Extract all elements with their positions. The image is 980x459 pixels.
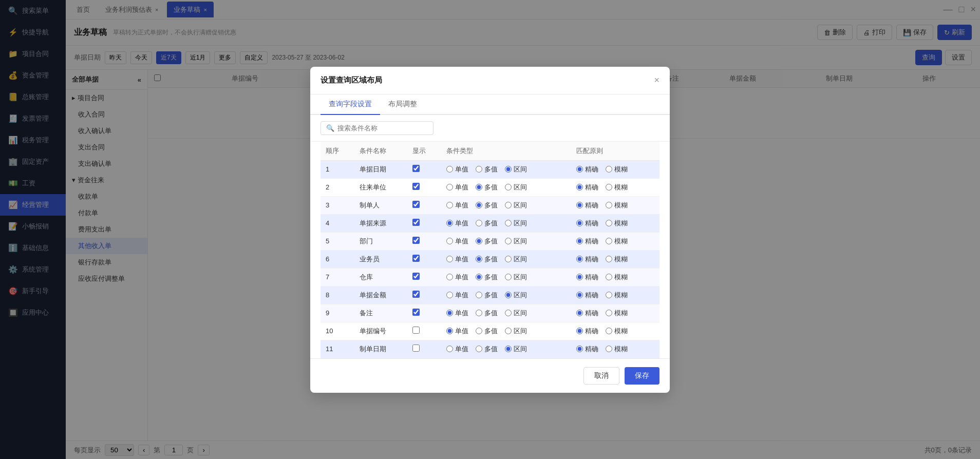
match-radio[interactable] [576, 202, 583, 208]
type-radio-label[interactable]: 单值 [446, 291, 468, 300]
type-radio[interactable] [446, 292, 453, 298]
type-radio[interactable] [505, 328, 512, 334]
match-radio[interactable] [576, 346, 583, 352]
type-radio[interactable] [505, 292, 512, 298]
match-radio[interactable] [576, 238, 583, 244]
match-radio[interactable] [606, 346, 612, 352]
type-radio[interactable] [476, 184, 482, 190]
match-radio[interactable] [606, 238, 612, 244]
show-checkbox[interactable] [412, 237, 420, 244]
match-radio-label[interactable]: 精确 [576, 237, 598, 246]
dialog-tab-fields[interactable]: 查询字段设置 [321, 94, 380, 115]
show-checkbox[interactable] [412, 255, 420, 262]
type-radio[interactable] [505, 238, 512, 244]
type-radio-label[interactable]: 区间 [505, 237, 527, 246]
show-checkbox[interactable] [412, 327, 420, 334]
type-radio[interactable] [476, 202, 482, 208]
show-checkbox[interactable] [412, 183, 420, 190]
type-radio-label[interactable]: 单值 [446, 237, 468, 246]
match-radio[interactable] [576, 220, 583, 226]
type-radio[interactable] [446, 310, 453, 316]
match-radio-label[interactable]: 模糊 [606, 237, 628, 246]
type-radio[interactable] [505, 346, 512, 352]
type-radio-label[interactable]: 区间 [505, 201, 527, 210]
type-radio[interactable] [476, 310, 482, 316]
type-radio-label[interactable]: 区间 [505, 219, 527, 228]
match-radio[interactable] [576, 274, 583, 280]
match-radio-label[interactable]: 精确 [576, 327, 598, 336]
match-radio-label[interactable]: 精确 [576, 219, 598, 228]
match-radio[interactable] [606, 292, 612, 298]
match-radio-label[interactable]: 模糊 [606, 201, 628, 210]
cancel-button[interactable]: 取消 [583, 367, 619, 385]
dialog-save-button[interactable]: 保存 [625, 367, 659, 385]
match-radio-label[interactable]: 模糊 [606, 165, 628, 174]
type-radio[interactable] [446, 184, 453, 190]
show-checkbox[interactable] [412, 201, 420, 208]
type-radio-label[interactable]: 单值 [446, 165, 468, 174]
type-radio[interactable] [446, 166, 453, 173]
match-radio-label[interactable]: 精确 [576, 165, 598, 174]
match-radio-label[interactable]: 模糊 [606, 255, 628, 264]
type-radio-label[interactable]: 多值 [476, 219, 498, 228]
dialog-tab-layout[interactable]: 布局调整 [380, 94, 425, 115]
type-radio-label[interactable]: 多值 [476, 327, 498, 336]
type-radio[interactable] [476, 166, 482, 173]
type-radio[interactable] [505, 184, 512, 190]
type-radio[interactable] [446, 220, 453, 226]
type-radio-label[interactable]: 单值 [446, 219, 468, 228]
type-radio-label[interactable]: 多值 [476, 273, 498, 282]
type-radio-label[interactable]: 区间 [505, 183, 527, 192]
type-radio[interactable] [446, 202, 453, 208]
type-radio[interactable] [476, 274, 482, 280]
type-radio-label[interactable]: 多值 [476, 291, 498, 300]
match-radio-label[interactable]: 模糊 [606, 273, 628, 282]
type-radio-label[interactable]: 区间 [505, 345, 527, 354]
type-radio[interactable] [446, 346, 453, 352]
type-radio[interactable] [446, 328, 453, 334]
type-radio-label[interactable]: 单值 [446, 273, 468, 282]
match-radio[interactable] [606, 328, 612, 334]
type-radio[interactable] [505, 202, 512, 208]
type-radio[interactable] [505, 310, 512, 316]
show-checkbox[interactable] [412, 219, 420, 226]
type-radio-label[interactable]: 区间 [505, 309, 527, 318]
type-radio-label[interactable]: 区间 [505, 291, 527, 300]
type-radio[interactable] [476, 256, 482, 262]
dialog-search-input[interactable] [337, 124, 428, 132]
match-radio-label[interactable]: 精确 [576, 183, 598, 192]
match-radio[interactable] [606, 166, 612, 173]
dialog-close-button[interactable]: × [654, 75, 659, 86]
match-radio-label[interactable]: 模糊 [606, 291, 628, 300]
match-radio[interactable] [606, 220, 612, 226]
type-radio-label[interactable]: 多值 [476, 201, 498, 210]
type-radio[interactable] [476, 220, 482, 226]
type-radio-label[interactable]: 多值 [476, 237, 498, 246]
type-radio-label[interactable]: 区间 [505, 165, 527, 174]
type-radio[interactable] [505, 256, 512, 262]
type-radio-label[interactable]: 单值 [446, 327, 468, 336]
show-checkbox[interactable] [412, 165, 420, 172]
type-radio[interactable] [476, 292, 482, 298]
match-radio[interactable] [576, 292, 583, 298]
match-radio[interactable] [606, 202, 612, 208]
type-radio[interactable] [446, 256, 453, 262]
type-radio-label[interactable]: 区间 [505, 273, 527, 282]
show-checkbox[interactable] [412, 309, 420, 316]
type-radio[interactable] [476, 328, 482, 334]
match-radio-label[interactable]: 精确 [576, 291, 598, 300]
match-radio-label[interactable]: 模糊 [606, 345, 628, 354]
match-radio-label[interactable]: 精确 [576, 345, 598, 354]
type-radio-label[interactable]: 多值 [476, 309, 498, 318]
type-radio-label[interactable]: 单值 [446, 309, 468, 318]
match-radio-label[interactable]: 精确 [576, 309, 598, 318]
type-radio[interactable] [446, 238, 453, 244]
show-checkbox[interactable] [412, 291, 420, 298]
match-radio-label[interactable]: 精确 [576, 255, 598, 264]
type-radio-label[interactable]: 多值 [476, 255, 498, 264]
type-radio-label[interactable]: 单值 [446, 345, 468, 354]
type-radio-label[interactable]: 区间 [505, 327, 527, 336]
type-radio-label[interactable]: 单值 [446, 183, 468, 192]
match-radio-label[interactable]: 精确 [576, 273, 598, 282]
type-radio[interactable] [476, 346, 482, 352]
